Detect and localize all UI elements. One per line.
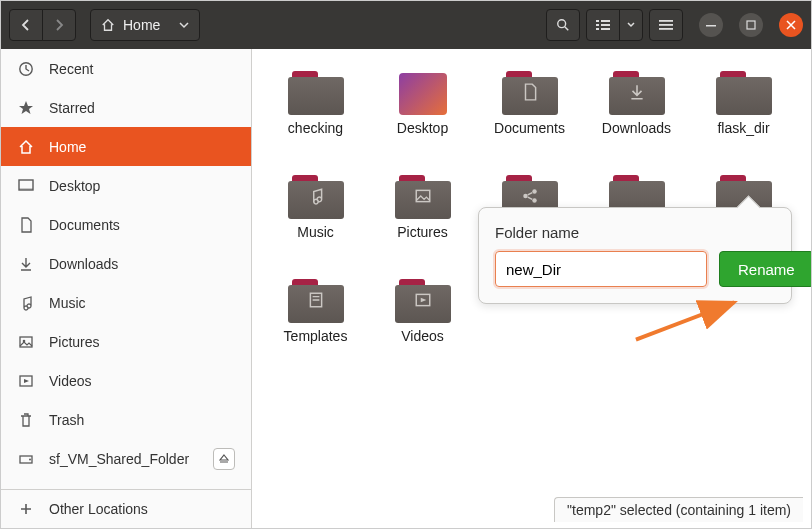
- sidebar-item-downloads[interactable]: Downloads: [1, 244, 251, 283]
- sidebar-item-documents[interactable]: Documents: [1, 205, 251, 244]
- folder-icon: [288, 173, 344, 219]
- nav-buttons: [9, 9, 76, 41]
- folder-icon: [716, 69, 772, 115]
- search-button[interactable]: [546, 9, 580, 41]
- sidebar-item-label: Trash: [49, 412, 84, 428]
- sidebar-item-label: Downloads: [49, 256, 118, 272]
- maximize-icon: [746, 20, 756, 30]
- download-icon: [17, 256, 35, 272]
- rename-button[interactable]: Rename: [719, 251, 812, 287]
- sidebar-item-shared[interactable]: sf_VM_Shared_Folder: [1, 439, 251, 478]
- forward-button[interactable]: [42, 9, 76, 41]
- list-icon: [596, 19, 610, 31]
- sidebar-item-label: Desktop: [49, 178, 100, 194]
- path-dropdown-icon: [179, 21, 189, 29]
- folder-icon: [395, 173, 451, 219]
- svg-rect-6: [601, 28, 610, 30]
- svg-rect-5: [596, 28, 599, 30]
- desktop-thumb-icon: [399, 73, 447, 115]
- file-label: checking: [283, 119, 348, 137]
- view-toggle: [586, 9, 643, 41]
- hamburger-menu-button[interactable]: [649, 9, 683, 41]
- sidebar-item-music[interactable]: Music: [1, 283, 251, 322]
- rename-label: Folder name: [495, 224, 775, 241]
- pictures-icon: [17, 334, 35, 350]
- window-minimize[interactable]: [699, 13, 723, 37]
- sidebar-item-label: Other Locations: [49, 501, 148, 517]
- sidebar-item-trash[interactable]: Trash: [1, 400, 251, 439]
- documents-icon: [17, 217, 35, 233]
- svg-rect-7: [659, 20, 673, 22]
- file-label: Music: [292, 223, 339, 241]
- folder-icon: [502, 69, 558, 115]
- star-icon: [17, 100, 35, 116]
- file-item[interactable]: Pictures: [369, 169, 476, 269]
- eject-button[interactable]: [213, 448, 235, 470]
- sidebar-item-home[interactable]: Home: [1, 127, 251, 166]
- chevron-down-icon: [627, 22, 635, 28]
- file-label: Desktop: [392, 119, 453, 137]
- sidebar-item-label: Home: [49, 139, 86, 155]
- svg-rect-4: [601, 24, 610, 26]
- path-bar: Home: [90, 9, 200, 41]
- sidebar-item-desktop[interactable]: Desktop: [1, 166, 251, 205]
- file-label: Pictures: [392, 223, 453, 241]
- svg-rect-15: [20, 337, 32, 347]
- svg-point-19: [29, 458, 31, 460]
- sidebar-item-starred[interactable]: Starred: [1, 88, 251, 127]
- svg-point-22: [532, 189, 537, 194]
- sidebar-item-label: Documents: [49, 217, 120, 233]
- file-item[interactable]: Desktop: [369, 65, 476, 165]
- view-dropdown-button[interactable]: [619, 9, 643, 41]
- drive-icon: [17, 451, 35, 467]
- file-item[interactable]: flask_dir: [690, 65, 797, 165]
- sidebar-other-locations[interactable]: Other Locations: [1, 489, 251, 528]
- minimize-icon: [706, 20, 716, 30]
- svg-rect-3: [596, 24, 599, 26]
- music-icon: [17, 295, 35, 311]
- svg-rect-2: [601, 20, 610, 22]
- main: Recent Starred Home Desktop Documents Do…: [1, 49, 811, 528]
- rename-input[interactable]: [495, 251, 707, 287]
- file-label: Templates: [279, 327, 353, 345]
- path-home[interactable]: Home: [90, 9, 200, 41]
- toolbar-right: [546, 9, 803, 41]
- plus-icon: [17, 502, 35, 516]
- window-maximize[interactable]: [739, 13, 763, 37]
- svg-rect-20: [416, 190, 430, 201]
- sidebar-item-label: Music: [49, 295, 86, 311]
- videos-icon: [17, 373, 35, 389]
- status-bar: "temp2" selected (containing 1 item): [554, 497, 803, 522]
- sidebar-item-label: Videos: [49, 373, 92, 389]
- svg-point-21: [523, 194, 528, 199]
- back-button[interactable]: [9, 9, 43, 41]
- sidebar-item-label: Pictures: [49, 334, 100, 350]
- file-item[interactable]: Templates: [262, 273, 369, 373]
- svg-rect-11: [747, 21, 755, 29]
- sidebar-item-videos[interactable]: Videos: [1, 361, 251, 400]
- folder-icon: [288, 69, 344, 115]
- window-close[interactable]: [779, 13, 803, 37]
- sidebar-item-recent[interactable]: Recent: [1, 49, 251, 88]
- file-item[interactable]: Documents: [476, 65, 583, 165]
- svg-rect-14: [19, 188, 33, 190]
- file-label: flask_dir: [712, 119, 774, 137]
- file-label: Documents: [489, 119, 570, 137]
- svg-point-0: [558, 20, 566, 28]
- file-label: Downloads: [597, 119, 676, 137]
- eject-icon: [219, 454, 229, 464]
- sidebar-item-pictures[interactable]: Pictures: [1, 322, 251, 361]
- hamburger-icon: [659, 19, 673, 31]
- view-list-button[interactable]: [586, 9, 620, 41]
- file-item[interactable]: checking: [262, 65, 369, 165]
- path-label: Home: [123, 17, 160, 33]
- file-item[interactable]: Downloads: [583, 65, 690, 165]
- file-item[interactable]: Videos: [369, 273, 476, 373]
- content-area: checkingDesktopDocumentsDownloadsflask_d…: [252, 49, 811, 528]
- file-label: Videos: [396, 327, 449, 345]
- folder-icon: [288, 277, 344, 323]
- close-icon: [786, 20, 796, 30]
- file-item[interactable]: Music: [262, 169, 369, 269]
- home-icon: [17, 139, 35, 155]
- folder-icon: [395, 277, 451, 323]
